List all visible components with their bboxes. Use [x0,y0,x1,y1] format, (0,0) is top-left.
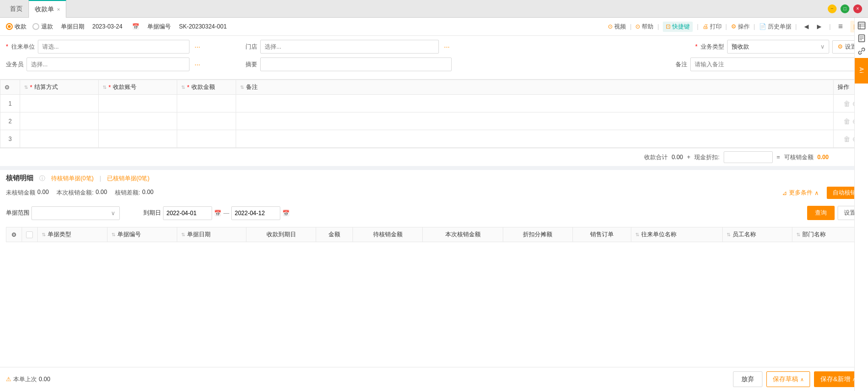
date-to-input[interactable] [231,206,280,220]
receipt-radio[interactable]: 收款 [6,23,27,31]
salesperson-field: 业务员 ··· [6,57,202,71]
cal-icon-to[interactable]: 📅 [282,210,290,217]
salesperson-more-btn[interactable]: ··· [192,60,202,68]
diff-stat: 核销差额: 0.00 [115,189,154,197]
row-3-num: 3 [0,130,20,148]
row-3-amount[interactable] [177,130,236,148]
date-value: 2023-03-24 [92,23,122,30]
remark-input[interactable] [690,57,862,71]
row-2-account[interactable] [99,112,177,130]
receipt-radio-label: 收款 [15,23,27,31]
table-gear-icon[interactable]: ⚙ [4,84,10,91]
business-type-field: * 业务类型 预收款 ∨ ⚙ 设置 [695,40,862,54]
table-gear-icon-2[interactable]: ⚙ [11,231,17,238]
col-counterpart-header: ⇅ 往来单位名称 [631,227,723,242]
date-from-input[interactable] [163,206,212,220]
row-1-settlement[interactable] [20,95,99,112]
business-type-select[interactable]: 预收款 ∨ [727,40,829,54]
row-3-delete-btn[interactable]: 🗑 [843,135,850,143]
col-checkbox-check-header[interactable] [22,227,38,242]
done-tab-link[interactable]: 已核销单据(0笔) [107,174,150,183]
sidebar-table-icon[interactable] [856,20,868,31]
summary-input[interactable] [260,57,452,71]
range-select[interactable]: ∨ [31,206,120,220]
calendar-icon[interactable]: 📅 [132,23,139,30]
bottom-info: ⚠ 本单上次 0.00 [6,375,50,384]
tab-home[interactable]: 首页 [4,0,28,18]
bottom-info-value: 0.00 [39,376,50,383]
counterpart-label: 往来单位 [11,43,35,51]
help-button[interactable]: ⊙ 帮助 [635,23,653,31]
window-maximize-button[interactable]: □ [841,4,849,13]
list-view-icon[interactable]: ≡ [835,21,846,32]
col-employee-header: ⇅ 员工名称 [723,227,792,242]
query-button[interactable]: 查询 [807,206,835,220]
form-area: * 往来单位 ··· 门店 ··· * 业务类型 预收款 ∨ [0,36,868,80]
history-icon: 📄 [759,23,766,30]
store-more-btn[interactable]: ··· [442,43,452,51]
window-close-button[interactable]: × [853,4,862,13]
col-number-header: ⇅ 单据编号 [107,227,177,242]
window-minimize-button[interactable]: − [828,4,837,13]
pending-tab-link[interactable]: 待核销单据(0笔) [51,174,94,183]
select-all-checkbox[interactable] [26,231,33,238]
print-button[interactable]: 🖨 打印 [703,23,722,31]
row-3-settlement[interactable] [20,130,99,148]
filter-fields: 单据范围 ∨ 到期日 📅 — 📅 查询 设置 [6,203,862,223]
row-2-amount[interactable] [177,112,236,130]
cal-icon-from[interactable]: 📅 [214,210,221,217]
video-button[interactable]: ⊙ 视频 [608,23,626,31]
stats-row: 未核销金额 0.00 本次核销金额: 0.00 核销差额: 0.00 ⊿ 更多条… [6,187,862,199]
row-3-account[interactable] [99,130,177,148]
this-cancel-stat: 本次核销金额: 0.00 [56,189,107,197]
row-2-settlement[interactable] [20,112,99,130]
counterpart-more-btn[interactable]: ··· [192,43,202,51]
video-icon: ⊙ [608,23,613,30]
receipt-type-group: 收款 退款 [6,23,53,31]
row-2-remark[interactable] [236,112,834,130]
operation-button[interactable]: ⚙ 操作 [731,23,750,31]
setting-icon: ⚙ [838,43,843,50]
abandon-button[interactable]: 放弃 [733,371,762,387]
tab-close-icon[interactable]: × [57,6,60,12]
counterpart-input[interactable] [38,40,190,54]
row-1-remark[interactable] [236,95,834,112]
plus-sign: + [687,154,690,161]
store-input[interactable] [260,40,439,54]
window-controls: − □ × [828,4,864,13]
row-2-delete-btn[interactable]: 🗑 [843,117,850,125]
more-conditions-btn[interactable]: ⊿ 更多条件 ∧ [782,189,819,197]
salesperson-input[interactable] [27,57,190,71]
history-button[interactable]: 📄 历史单据 [759,23,791,31]
section-divider [0,166,868,170]
save-draft-button[interactable]: 保存草稿 ∧ [766,371,810,387]
col-checkbox-header[interactable]: ⚙ [6,227,22,242]
receipt-radio-dot [6,23,13,30]
number-label: 单据编号 [147,23,171,31]
row-3-remark[interactable] [236,130,834,148]
row-1-account[interactable] [99,95,177,112]
sidebar-doc-icon[interactable] [856,32,868,44]
row-1-delete-btn[interactable]: 🗑 [843,100,850,108]
row-1-amount[interactable] [177,95,236,112]
next-arrow[interactable]: ▶ [814,21,825,32]
refund-radio-dot [32,23,39,30]
shortcut-button[interactable]: ⊡ 快捷键 [663,22,693,32]
diff-label: 核销差额: [115,189,140,197]
net-label: 可核销金额 [784,153,814,162]
table-settings-header[interactable]: ⚙ [0,80,20,95]
refund-radio[interactable]: 退款 [32,23,53,31]
row-2-num: 2 [0,112,20,130]
tab-receipt[interactable]: 收款单 × [28,0,66,18]
col-sales-order-header: 销售订单 [572,227,631,242]
prev-arrow[interactable]: ◀ [801,21,813,32]
range-label: 单据范围 [6,209,29,217]
ai-expand-panel[interactable]: Ai [855,58,868,84]
shortcut-icon: ⊡ [666,23,671,30]
col-discount-header: 折扣分摊额 [503,227,573,242]
verification-info-icon[interactable]: ⓘ [39,174,45,183]
discount-input[interactable] [724,151,773,163]
right-sidebar: Ai [854,18,868,391]
sidebar-link-icon[interactable] [856,45,868,57]
equals-sign: = [777,154,780,161]
